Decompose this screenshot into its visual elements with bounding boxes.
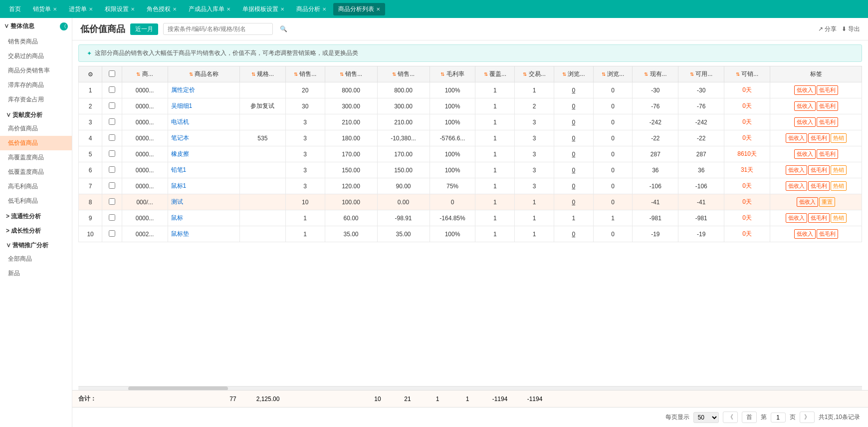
sidebar-item-sales-products[interactable]: 销售类商品 [0,34,72,49]
nav-permissions-close[interactable]: ✕ [131,6,135,12]
nav-home[interactable]: 首页 [4,3,26,15]
group-title-growth[interactable]: > 成长性分析 [0,223,72,237]
col-saleable[interactable]: ⇅ 可销... [724,66,770,82]
col-available[interactable]: ⇅ 可用... [678,66,724,82]
sidebar-item-low-margin[interactable]: 低毛利商品 [0,194,72,208]
col-name[interactable]: ⇅ 商品名称 [168,66,239,82]
sidebar-item-traded[interactable]: 交易过的商品 [0,49,72,63]
nav-analysis-list[interactable]: 商品分析列表 ✕ [333,3,385,15]
nav-template[interactable]: 单据模板设置 ✕ [237,3,289,15]
col-stock[interactable]: ⇅ 现有... [633,66,678,82]
row-browse1[interactable]: 0 [554,178,593,194]
nav-permissions[interactable]: 权限设置 ✕ [100,3,140,15]
sidebar-collapse-btn[interactable]: 《 [60,22,68,30]
row-browse1[interactable]: 0 [554,226,593,242]
row-name[interactable]: 属性定价 [168,82,239,98]
browse-link[interactable]: 0 [572,167,575,174]
row-browse1[interactable]: 0 [554,98,593,114]
browse-link[interactable]: 0 [572,231,575,238]
nav-roles[interactable]: 角色授权 ✕ [142,3,182,15]
nav-product-stock[interactable]: 产成品入库单 ✕ [184,3,235,15]
row-checkbox-cell[interactable] [102,114,122,130]
row-checkbox-cell[interactable] [102,210,122,226]
row-name[interactable]: 鼠标垫 [168,226,239,242]
row-name[interactable]: 测试 [168,194,239,210]
row-checkbox-cell[interactable] [102,146,122,162]
search-icon[interactable]: 🔍 [280,25,287,32]
row-checkbox-cell[interactable] [102,130,122,146]
row-name[interactable]: 鼠标1 [168,178,239,194]
browse-link[interactable]: 0 [572,183,575,190]
row-name[interactable]: 笔记本 [168,130,239,146]
sidebar-item-high-coverage[interactable]: 高覆盖度商品 [0,150,72,165]
nav-purchase[interactable]: 进货单 ✕ [64,3,98,15]
page-number-input[interactable] [771,413,786,423]
nav-analysis-list-close[interactable]: ✕ [376,6,380,12]
row-checkbox[interactable] [109,198,115,205]
col-qty[interactable]: ⇅ 销售... [285,66,325,82]
col-browse2[interactable]: ⇅ 浏览... [593,66,633,82]
browse-link[interactable]: 0 [572,135,575,142]
row-checkbox-cell[interactable] [102,162,122,178]
horizontal-scrollbar[interactable] [78,386,862,390]
row-checkbox[interactable] [109,134,115,141]
row-checkbox[interactable] [109,118,115,125]
row-name[interactable]: 吴细细1 [168,98,239,114]
next-page-btn[interactable]: 》 [800,412,815,423]
row-checkbox-cell[interactable] [102,226,122,242]
sidebar-item-stock-funds[interactable]: 库存资金占用 [0,92,72,107]
browse-link[interactable]: 0 [572,103,575,110]
sidebar-item-high-value[interactable]: 高价值商品 [0,121,72,136]
row-browse1[interactable]: 0 [554,114,593,130]
row-checkbox-cell[interactable] [102,178,122,194]
col-trade[interactable]: ⇅ 交易... [515,66,554,82]
sidebar-item-low-coverage[interactable]: 低覆盖度商品 [0,165,72,179]
nav-template-close[interactable]: ✕ [280,6,284,12]
col-coverage[interactable]: ⇅ 覆盖... [475,66,515,82]
col-browse1[interactable]: ⇅ 浏览... [554,66,593,82]
col-gross[interactable]: ⇅ 毛利率 [430,66,475,82]
col-sale2[interactable]: ⇅ 销售... [377,66,430,82]
nav-product-stock-close[interactable]: ✕ [226,6,230,12]
row-browse1[interactable]: 0 [554,82,593,98]
first-page-btn[interactable]: 首 [742,412,757,423]
row-name[interactable]: 鼠标 [168,210,239,226]
search-input[interactable] [163,23,273,35]
col-spec[interactable]: ⇅ 规格... [239,66,285,82]
col-settings[interactable]: ⚙ [79,66,102,82]
sidebar-item-new-products[interactable]: 新品 [0,266,72,281]
row-name[interactable]: 铅笔1 [168,162,239,178]
nav-roles-close[interactable]: ✕ [173,6,177,12]
row-checkbox-cell[interactable] [102,82,122,98]
nav-purchase-close[interactable]: ✕ [89,6,93,12]
export-button[interactable]: ⬇ 导出 [842,25,860,33]
browse-link[interactable]: 0 [572,199,575,206]
page-size-select[interactable]: 50 100 200 [693,412,719,423]
prev-page-btn[interactable]: 《 [723,412,738,423]
row-browse1[interactable]: 0 [554,130,593,146]
row-name[interactable]: 电话机 [168,114,239,130]
nav-sales-close[interactable]: ✕ [53,6,57,12]
row-name[interactable]: 橡皮擦 [168,146,239,162]
nav-analysis-close[interactable]: ✕ [322,6,326,12]
col-checkbox[interactable] [102,66,122,82]
browse-link[interactable]: 0 [572,151,575,158]
group-title-circulation[interactable]: > 流通性分析 [0,208,72,223]
row-checkbox[interactable] [109,230,115,237]
share-button[interactable]: ↗ 分享 [818,25,837,33]
row-checkbox[interactable] [109,214,115,221]
row-checkbox[interactable] [109,150,115,157]
row-browse1[interactable]: 1 [554,210,593,226]
browse-link[interactable]: 0 [572,87,575,94]
row-checkbox-cell[interactable] [102,98,122,114]
sidebar-item-high-margin[interactable]: 高毛利商品 [0,179,72,194]
row-browse1[interactable]: 0 [554,162,593,178]
row-checkbox[interactable] [109,102,115,109]
sidebar-item-low-value[interactable]: 低价值商品 [0,136,72,150]
row-checkbox[interactable] [109,182,115,189]
col-code[interactable]: ⇅ 商... [122,66,168,82]
row-browse1[interactable]: 0 [554,146,593,162]
select-all-checkbox[interactable] [109,70,115,77]
col-sale1[interactable]: ⇅ 销售... [325,66,377,82]
row-checkbox-cell[interactable] [102,194,122,210]
